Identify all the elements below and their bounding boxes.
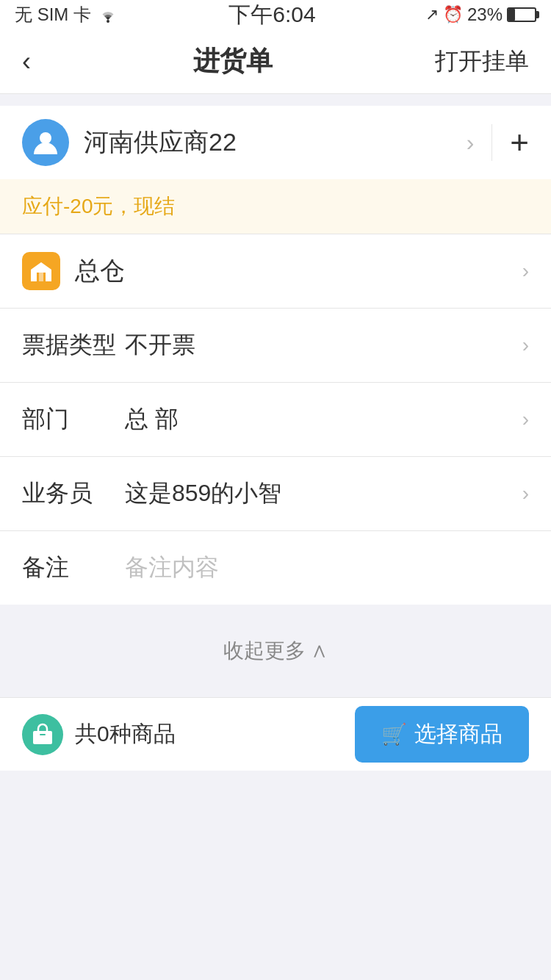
- person-icon: [31, 128, 60, 157]
- invoice-type-value: 不开票: [125, 329, 522, 361]
- department-label: 部门: [22, 403, 125, 436]
- supplier-name: 河南供应商22: [84, 126, 467, 159]
- top-divider: [0, 94, 551, 106]
- bottom-divider: [0, 685, 551, 697]
- invoice-type-row[interactable]: 票据类型 不开票 ›: [0, 309, 551, 382]
- page-title: 进货单: [193, 43, 273, 79]
- back-button[interactable]: ‹: [22, 46, 31, 77]
- battery-percent: 23%: [467, 4, 503, 25]
- location-icon: ↗: [425, 5, 439, 24]
- product-count-label: 共0种商品: [75, 719, 355, 749]
- add-button[interactable]: +: [510, 124, 529, 161]
- department-chevron: ›: [522, 408, 529, 431]
- alarm-icon: ⏰: [443, 5, 463, 24]
- collapse-label: 收起更多 ∧: [223, 637, 328, 665]
- supplier-chevron-icon: ›: [467, 129, 475, 156]
- salesperson-row[interactable]: 业务员 这是859的小智 ›: [0, 457, 551, 530]
- notice-text: 应付-20元，现结: [22, 195, 175, 217]
- svg-rect-3: [39, 273, 43, 281]
- remark-label: 备注: [22, 552, 125, 584]
- svg-point-0: [107, 20, 109, 23]
- svg-rect-4: [33, 731, 52, 744]
- wifi-icon: [97, 7, 119, 23]
- notice-bar: 应付-20元，现结: [0, 179, 551, 234]
- shopping-bag-icon: [30, 722, 55, 747]
- supplier-avatar: [22, 119, 69, 166]
- select-product-icon: 🛒: [381, 722, 407, 746]
- nav-bar: ‹ 进货单 打开挂单: [0, 29, 551, 94]
- select-product-label: 选择商品: [414, 719, 503, 749]
- remark-placeholder: 备注内容: [125, 552, 529, 584]
- svg-point-1: [40, 132, 51, 144]
- invoice-type-chevron: ›: [522, 334, 529, 357]
- select-product-button[interactable]: 🛒 选择商品: [355, 706, 529, 763]
- open-pending-button[interactable]: 打开挂单: [435, 46, 529, 78]
- department-value: 总 部: [125, 403, 522, 436]
- remark-row[interactable]: 备注 备注内容: [0, 531, 551, 605]
- bottom-bar: 共0种商品 🛒 选择商品: [0, 697, 551, 771]
- warehouse-name: 总仓: [75, 254, 522, 288]
- carrier-label: 无 SIM 卡: [15, 3, 91, 26]
- battery-icon: [507, 7, 536, 22]
- collapse-row[interactable]: 收起更多 ∧: [0, 616, 551, 685]
- supplier-section[interactable]: 河南供应商22 › +: [0, 106, 551, 179]
- status-right: ↗ ⏰ 23%: [425, 4, 536, 25]
- warehouse-building-icon: [29, 259, 53, 283]
- warehouse-chevron-icon: ›: [522, 259, 529, 283]
- supplier-divider: [491, 124, 492, 161]
- svg-rect-5: [40, 734, 46, 735]
- salesperson-chevron: ›: [522, 482, 529, 505]
- status-bar: 无 SIM 卡 下午6:04 ↗ ⏰ 23%: [0, 0, 551, 29]
- product-icon-bg: [22, 714, 63, 755]
- middle-divider: [0, 605, 551, 616]
- salesperson-label: 业务员: [22, 478, 125, 510]
- invoice-type-label: 票据类型: [22, 329, 125, 361]
- warehouse-row[interactable]: 总仓 ›: [0, 234, 551, 308]
- warehouse-icon-bg: [22, 252, 60, 290]
- department-row[interactable]: 部门 总 部 ›: [0, 383, 551, 456]
- status-time: 下午6:04: [228, 0, 315, 30]
- salesperson-value: 这是859的小智: [125, 478, 522, 510]
- status-left: 无 SIM 卡: [15, 3, 119, 26]
